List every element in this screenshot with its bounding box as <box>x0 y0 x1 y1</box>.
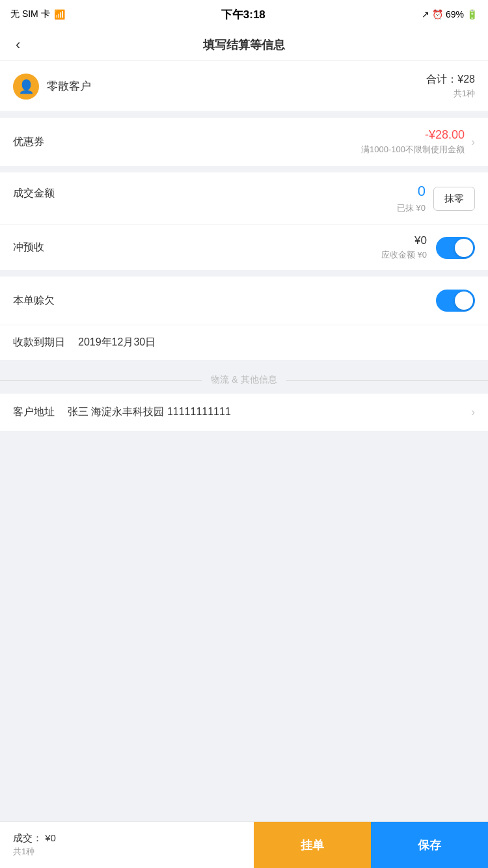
credit-row: 本单赊欠 <box>0 277 488 325</box>
location-icon: ↗ <box>422 9 429 20</box>
bottom-deal-text: 成交： ¥0 <box>13 832 241 845</box>
deal-amount-block: 0 已抹 ¥0 <box>397 183 426 214</box>
address-row[interactable]: 客户地址 张三 海淀永丰科技园 11111111111 › <box>0 394 488 431</box>
credit-label: 本单赊欠 <box>13 294 55 308</box>
pre-amount-block: ¥0 应收金额 ¥0 <box>381 234 427 261</box>
status-time: 下午3:18 <box>221 7 265 22</box>
status-right: ↗ ⏰ 69% 🔋 <box>422 9 478 20</box>
deal-section: 成交金额 0 已抹 ¥0 抹零 冲预收 ¥0 应收金额 ¥0 <box>0 172 488 270</box>
save-button[interactable]: 保存 <box>371 822 488 868</box>
no-sim-text: 无 SIM 卡 <box>10 8 50 20</box>
credit-toggle[interactable] <box>436 290 475 312</box>
discount-amount: -¥28.00 <box>361 128 465 142</box>
deal-amount-value: 0 <box>397 183 426 200</box>
battery-icon: 🔋 <box>467 9 478 20</box>
address-chevron-icon: › <box>471 405 475 419</box>
customer-name: 零散客户 <box>47 79 91 94</box>
bottom-count: 共1种 <box>13 846 241 858</box>
total-count: 共1种 <box>426 88 475 100</box>
customer-section: 👤 零散客户 合计：¥28 共1种 <box>0 61 488 111</box>
credit-section: 本单赊欠 收款到期日 2019年12月30日 <box>0 277 488 360</box>
deal-label: 成交金额 <box>13 183 55 200</box>
status-left: 无 SIM 卡 📶 <box>10 8 65 20</box>
nav-bar: ‹ 填写结算等信息 <box>0 29 488 61</box>
battery-text: 69% <box>446 9 464 20</box>
discount-sub: 满1000-100不限制使用金额 <box>361 144 465 156</box>
total-amount: 合计：¥28 <box>426 73 475 87</box>
address-label: 客户地址 <box>13 405 55 419</box>
address-section[interactable]: 客户地址 张三 海淀永丰科技园 11111111111 › <box>0 394 488 431</box>
page-title: 填写结算等信息 <box>203 37 285 53</box>
round-zero-button[interactable]: 抹零 <box>433 187 475 211</box>
customer-right: 合计：¥28 共1种 <box>426 73 475 100</box>
coupon-right: -¥28.00 满1000-100不限制使用金额 › <box>361 128 475 156</box>
pre-receive-row: 冲预收 ¥0 应收金额 ¥0 <box>0 224 488 270</box>
avatar-icon: 👤 <box>18 79 34 94</box>
avatar: 👤 <box>13 74 39 100</box>
chevron-right-icon: › <box>471 135 475 149</box>
pre-receive-right: ¥0 应收金额 ¥0 <box>381 234 475 261</box>
pre-amount-value: ¥0 <box>381 234 427 247</box>
pre-sub-text: 应收金额 ¥0 <box>381 249 427 261</box>
back-button[interactable]: ‹ <box>10 31 25 59</box>
due-date-row: 收款到期日 2019年12月30日 <box>0 325 488 360</box>
bottom-info: 成交： ¥0 共1种 <box>0 822 254 868</box>
customer-left: 👤 零散客户 <box>13 74 91 100</box>
deal-amount-row: 成交金额 0 已抹 ¥0 抹零 <box>0 172 488 224</box>
pending-button[interactable]: 挂单 <box>254 822 371 868</box>
bottom-deal-amount: ¥0 <box>45 832 56 843</box>
deal-sub-text: 已抹 ¥0 <box>397 202 426 214</box>
pre-receive-label: 冲预收 <box>13 241 44 254</box>
due-date-value: 2019年12月30日 <box>78 336 156 349</box>
address-value: 张三 海淀永丰科技园 11111111111 <box>68 405 471 419</box>
logistics-divider: 物流 & 其他信息 <box>0 366 488 394</box>
deal-right: 0 已抹 ¥0 抹零 <box>397 183 475 214</box>
logistics-label: 物流 & 其他信息 <box>202 374 286 386</box>
alarm-icon: ⏰ <box>432 9 443 20</box>
coupon-section[interactable]: 优惠券 -¥28.00 满1000-100不限制使用金额 › <box>0 118 488 166</box>
status-bar: 无 SIM 卡 📶 下午3:18 ↗ ⏰ 69% 🔋 <box>0 0 488 29</box>
bottom-deal-label: 成交： <box>13 832 42 843</box>
coupon-label: 优惠券 <box>13 135 44 149</box>
customer-row: 👤 零散客户 合计：¥28 共1种 <box>0 61 488 111</box>
discount-col: -¥28.00 满1000-100不限制使用金额 <box>361 128 465 156</box>
bottom-bar: 成交： ¥0 共1种 挂单 保存 <box>0 821 488 868</box>
due-date-label: 收款到期日 <box>13 336 65 349</box>
coupon-row[interactable]: 优惠券 -¥28.00 满1000-100不限制使用金额 › <box>0 118 488 166</box>
wifi-icon: 📶 <box>54 9 65 20</box>
pre-receive-toggle[interactable] <box>436 237 475 259</box>
